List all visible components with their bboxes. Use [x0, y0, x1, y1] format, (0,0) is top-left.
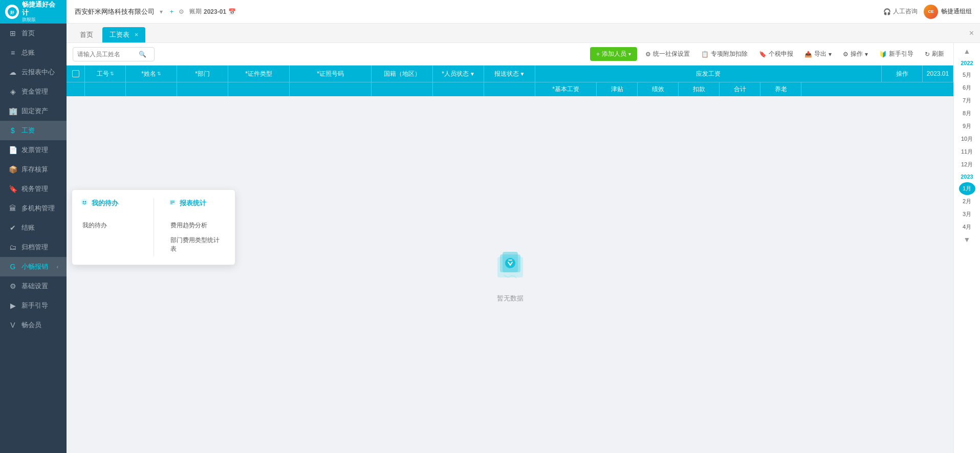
sidebar-item-salary[interactable]: $ 工资 — [0, 121, 67, 140]
export-btn[interactable]: 📤 导出 ▾ — [801, 48, 835, 60]
sidebar-item-xiaochang[interactable]: G 小畅报销 ‹ — [0, 257, 67, 276]
sidebar-item-label: 小畅报销 — [21, 262, 48, 271]
tab-close-icon[interactable]: × — [135, 31, 139, 38]
th-country[interactable]: 国籍（地区） — [372, 66, 433, 82]
user-avatar: CE — [924, 5, 938, 19]
special-deduction-icon: 📋 — [701, 51, 709, 58]
refresh-btn[interactable]: ↻ 刷新 — [922, 48, 947, 60]
reports-icon — [168, 198, 177, 208]
sidebar-item-guide[interactable]: ▶ 新手引导 — [0, 296, 67, 315]
period-value: 2023-01 — [204, 8, 226, 15]
sidebar-item-invoice[interactable]: 📄 发票管理 — [0, 140, 67, 160]
add-person-button[interactable]: + 添加人员 ▾ — [590, 47, 637, 61]
new-guide-btn[interactable]: 🔰 新手引导 — [876, 48, 917, 60]
th-base-salary[interactable]: *基本工资 — [535, 82, 597, 96]
tab-home-label: 首页 — [80, 31, 93, 38]
th-name[interactable]: *姓名 ⇅ — [126, 66, 177, 82]
month-2022-12[interactable]: 12月 — [954, 158, 980, 171]
sidebar-item-member[interactable]: V 畅会员 — [0, 315, 67, 335]
date-down-nav[interactable]: ▼ — [962, 233, 973, 246]
home-icon: ⊞ — [8, 29, 17, 37]
sidebar-item-label: 结账 — [21, 223, 35, 232]
th-send[interactable]: 报送状态 ▼ — [484, 66, 535, 82]
search-box: 🔍 — [73, 47, 155, 61]
sidebar-item-label: 畅会员 — [21, 320, 41, 330]
th-performance[interactable]: 绩效 — [638, 82, 679, 96]
sidebar-item-home[interactable]: ⊞ 首页 — [0, 24, 67, 43]
app-edition: 旗舰版 — [22, 16, 61, 23]
search-input[interactable] — [77, 51, 139, 58]
sidebar-item-tax[interactable]: 🔖 税务管理 — [0, 179, 67, 199]
sidebar-item-fixed-assets[interactable]: 🏢 固定资产 — [0, 101, 67, 121]
month-2022-10[interactable]: 10月 — [954, 133, 980, 145]
sidebar-item-settle[interactable]: ✔ 结账 — [0, 218, 67, 238]
empty-state: 暂无数据 — [67, 96, 953, 453]
logo-text-area: 畅捷通好会计 旗舰版 — [22, 1, 61, 23]
th-dept[interactable]: *部门 — [177, 66, 228, 82]
toolbar: 🔍 + 添加人员 ▾ ⚙ 统一社保设置 📋 专项附加扣除 — [67, 43, 953, 66]
username: 畅捷通组组 — [941, 7, 972, 16]
th-certno[interactable]: *证照号码 — [290, 66, 372, 82]
date-up-nav[interactable]: ▲ — [962, 45, 973, 57]
tab-salary[interactable]: 工资表 × — [102, 27, 145, 42]
th-deduction[interactable]: 扣款 — [679, 82, 720, 96]
sidebar-item-ledger[interactable]: ≡ 总账 — [0, 43, 67, 62]
tab-home[interactable]: 首页 — [73, 27, 100, 42]
month-2022-7[interactable]: 7月 — [954, 94, 980, 107]
empty-text: 暂无数据 — [497, 294, 524, 303]
sidebar-item-cloud-report[interactable]: ☁ 云报表中心 — [0, 62, 67, 82]
search-icon[interactable]: 🔍 — [139, 51, 146, 58]
select-all-checkbox[interactable] — [67, 66, 85, 82]
special-deduction-btn[interactable]: 📋 专项附加扣除 — [698, 48, 751, 60]
sidebar-item-multi-org[interactable]: 🏛 多机构管理 — [0, 199, 67, 218]
settings-icon[interactable]: ⚙ — [179, 8, 184, 15]
month-2022-8[interactable]: 8月 — [954, 107, 980, 120]
month-2022-9[interactable]: 9月 — [954, 120, 980, 133]
user-area[interactable]: CE 畅捷通组组 — [924, 5, 972, 19]
th-subsidy[interactable]: 津贴 — [597, 82, 638, 96]
th-date: 2023.01 — [923, 66, 953, 82]
popup-item-dept-cost[interactable]: 部门费用类型统计表 — [168, 233, 227, 256]
popup-item-cost-trend[interactable]: 费用趋势分析 — [168, 218, 227, 233]
month-2023-1[interactable]: 1月 — [959, 182, 975, 195]
month-2023-4[interactable]: 4月 — [954, 221, 980, 233]
sidebar-item-label: 新手引导 — [21, 301, 48, 310]
company-dropdown[interactable]: ▾ — [160, 8, 163, 15]
close-panel-icon[interactable]: × — [969, 29, 974, 38]
export-label: 导出 — [814, 50, 826, 58]
month-2023-2[interactable]: 2月 — [954, 195, 980, 208]
popup-item-cost-trend-label: 费用趋势分析 — [170, 222, 207, 229]
th-status[interactable]: *人员状态 ▼ — [433, 66, 484, 82]
sidebar-item-label: 资金管理 — [21, 87, 48, 96]
operations-arrow-icon: ▾ — [865, 51, 868, 58]
new-guide-icon: 🔰 — [879, 51, 887, 58]
th-total[interactable]: 合计 — [720, 82, 760, 96]
sidebar-item-label: 归档管理 — [21, 243, 48, 252]
tax-report-btn[interactable]: 🔖 个税申报 — [756, 48, 796, 60]
sort-icon: ⇅ — [110, 71, 114, 76]
sidebar-item-inventory[interactable]: 📦 库存核算 — [0, 160, 67, 179]
th-certtype[interactable]: *证件类型 — [228, 66, 290, 82]
popup-item-pending[interactable]: 我的待办 — [80, 218, 139, 233]
sidebar-item-archive[interactable]: 🗂 归档管理 — [0, 238, 67, 257]
sidebar-item-label: 基础设置 — [21, 282, 48, 291]
calendar-icon[interactable]: 📅 — [228, 8, 236, 15]
month-2022-11[interactable]: 11月 — [954, 145, 980, 158]
month-2022-5[interactable]: 5月 — [954, 69, 980, 81]
sidebar-item-label: 库存核算 — [21, 165, 48, 174]
sidebar-item-funds[interactable]: ◈ 资金管理 — [0, 82, 67, 101]
th-id[interactable]: 工号 ⇅ — [85, 66, 126, 82]
add-company-btn[interactable]: + — [170, 8, 173, 15]
operations-btn[interactable]: ⚙ 操作 ▾ — [840, 48, 871, 60]
social-insurance-btn[interactable]: ⚙ 统一社保设置 — [642, 48, 693, 60]
popup-divider — [154, 198, 154, 256]
period-area: 账期 2023-01 📅 — [189, 7, 236, 16]
sidebar-item-basic[interactable]: ⚙ 基础设置 — [0, 276, 67, 296]
month-2023-3[interactable]: 3月 — [954, 208, 980, 221]
th-pension[interactable]: 养老 — [760, 82, 801, 96]
sidebar-item-label: 多机构管理 — [21, 204, 55, 213]
month-2022-6[interactable]: 6月 — [954, 81, 980, 94]
sidebar-item-label: 税务管理 — [21, 184, 48, 193]
table-header-row1: 工号 ⇅ *姓名 ⇅ *部门 *证件类型 — [67, 66, 953, 82]
help-button[interactable]: 🎧 人工咨询 — [883, 7, 918, 16]
